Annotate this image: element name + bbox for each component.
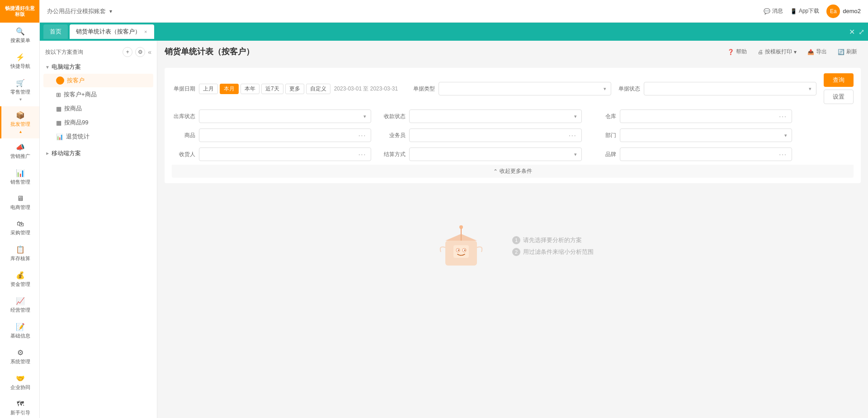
by-customer-label: 按客户 [67,76,85,85]
dept-select[interactable]: ▾ [620,128,792,142]
by-product-99-label: 按商品99 [64,119,88,127]
tab-close-btn[interactable]: × [143,29,148,34]
payment-method-arrow: ▾ [574,152,577,157]
marketing-icon: 📣 [16,143,25,152]
sidebar-item-sales[interactable]: 📊 销售管理 [0,164,39,190]
tree-arrow-mobile: ▼ [45,151,50,156]
out-status-label: 出库状态 [172,113,199,120]
sidebar-item-quick-nav[interactable]: ⚡ 快捷导航 [0,48,39,74]
filter-product-group: 商品 ··· [172,128,371,142]
app-download-btn[interactable]: 📱 App下载 [790,7,819,15]
filter-dept-group: 部门 ▾ [593,128,792,142]
doc-status-select[interactable]: ▾ [644,82,816,95]
sidebar-item-search-menu[interactable]: 🔍 搜索菜单 [0,23,39,48]
settings-scheme-btn[interactable]: ⚙ [135,47,145,57]
settings-btn[interactable]: 设置 [824,90,854,104]
help-icon: ❓ [727,49,734,55]
sidebar-item-ecommerce[interactable]: 🖥 电商管理 [0,190,39,215]
tab-bar: 首页 销货单统计表（按客户） × ✕ ⤢ [40,23,868,41]
tree-item-by-product[interactable]: ▦ 按商品 [43,102,153,115]
message-btn[interactable]: 💬 消息 [764,7,783,15]
collapse-more-btn[interactable]: ⌃ 收起更多条件 [172,165,854,178]
filter-row-3: 商品 ··· 业务员 ··· 部门 [172,128,854,142]
sidebar-item-finance[interactable]: 💰 资金管理 [0,266,39,292]
tree-parent-mobile[interactable]: ▼ 移动端方案 [42,147,155,160]
left-panel: 按以下方案查询 + ⚙ « ▼ 电脑端方案 按客户 ⊞ 按 [40,41,157,418]
logo-text: 畅捷通好生意标版 [5,5,35,17]
sidebar-item-inventory[interactable]: 📋 库存核算 [0,241,39,266]
tab-sales-stats[interactable]: 销货单统计表（按客户） × [70,24,154,39]
date-last-7-days-btn[interactable]: 近7天 [261,84,283,94]
export-btn[interactable]: 📤 导出 [804,46,830,57]
tree-item-return-stats[interactable]: 📊 退货统计 [43,130,153,143]
doc-type-arrow: ▾ [604,86,606,92]
salesperson-label: 业务员 [382,132,409,139]
template-print-btn[interactable]: 🖨 按模板打印 ▾ [754,46,800,57]
payment-status-select[interactable]: ▾ [409,109,581,123]
collapse-label: 收起更多条件 [500,167,532,175]
product-select[interactable]: ··· [199,128,371,142]
page-title: 销货单统计表（按客户） [165,46,254,57]
date-this-month-btn[interactable]: 本月 [220,84,239,94]
by-customer-dot [56,76,64,85]
industry-dropdown[interactable]: ▾ [109,8,112,14]
add-scheme-btn[interactable]: + [123,47,132,57]
window-maximize-btn[interactable]: ⤢ [859,28,864,36]
window-buttons: ✕ ⤢ [849,28,864,36]
empty-content: 1 请先选择要分析的方案 2 用过滤条件来缩小分析范围 [432,216,594,276]
by-product-icon: ▦ [56,105,61,112]
pc-section-label: 电脑端方案 [52,63,81,71]
return-stats-label: 退货统计 [66,133,90,141]
window-close-btn[interactable]: ✕ [849,28,855,36]
dept-arrow: ▾ [784,133,787,138]
refresh-icon: 🔄 [838,49,844,55]
user-profile[interactable]: Ea demo2 [826,5,861,18]
sidebar-item-marketing[interactable]: 📣 营销推广 [0,138,39,164]
sidebar-item-operations[interactable]: 📈 经营管理 [0,292,39,318]
filter-payment-status-group: 收款状态 ▾ [382,109,581,123]
salesperson-select[interactable]: ··· [409,128,581,142]
sidebar-item-basic-info[interactable]: 📝 基础信息 [0,318,39,344]
out-status-select[interactable]: ▾ [199,109,371,123]
tab-home[interactable]: 首页 [43,24,68,39]
help-btn[interactable]: ❓ 帮助 [724,46,750,57]
hint-text-1: 请先选择要分析的方案 [523,236,582,244]
sidebar-item-retail[interactable]: 🛒 零售管理 ▾ [0,74,39,106]
main-area: 办公用品行业模拟账套 ▾ 💬 消息 📱 App下载 Ea demo2 首页 销货… [40,0,868,418]
date-range-display: 2023-03-01 至 2023-03-31 [334,85,398,93]
content-area: 按以下方案查询 + ⚙ « ▼ 电脑端方案 按客户 ⊞ 按 [40,41,868,418]
svg-point-4 [458,250,459,251]
date-custom-btn[interactable]: 自定义 [306,84,330,94]
date-label: 单据日期 [172,85,199,93]
empty-hint-1: 1 请先选择要分析的方案 [512,236,582,244]
sidebar-item-purchase[interactable]: 🛍 采购管理 [0,215,39,241]
collapse-panel-btn[interactable]: « [148,48,151,56]
date-this-year-btn[interactable]: 本年 [241,84,259,94]
filter-row-2: 出库状态 ▾ 收款状态 ▾ 仓库 [172,109,854,123]
product-dots: ··· [359,132,367,139]
sidebar-item-corp[interactable]: 🤝 企业协同 [0,370,39,395]
doc-type-select[interactable]: ▾ [439,82,611,95]
sidebar-item-wholesale[interactable]: 📦 批发管理 ▴ [0,106,39,138]
hint-text-2: 用过滤条件来缩小分析范围 [523,248,594,256]
product-label: 商品 [172,132,199,139]
date-last-month-btn[interactable]: 上月 [199,84,218,94]
query-btn[interactable]: 查询 [824,73,854,87]
tree-item-by-customer-product[interactable]: ⊞ 按客户+商品 [43,88,153,101]
tree-parent-pc[interactable]: ▼ 电脑端方案 [42,61,155,73]
refresh-btn[interactable]: 🔄 刷新 [834,46,861,57]
payment-method-select[interactable]: ▾ [409,147,581,161]
consignee-select[interactable]: ··· [199,147,371,161]
filter-doc-status-group: 单据状态 ▾ [617,82,816,95]
sidebar-item-new-guide[interactable]: 🗺 新手引导 [0,395,39,418]
warehouse-select[interactable]: ··· [620,109,792,123]
sidebar-item-system[interactable]: ⚙ 系统管理 [0,344,39,370]
tab-home-label: 首页 [50,28,61,36]
brand-select[interactable]: ··· [620,147,792,161]
tree-item-by-customer[interactable]: 按客户 [43,74,153,87]
salesperson-dots: ··· [569,132,577,139]
filter-doc-type-group: 单据类型 ▾ [411,82,611,95]
tree-item-by-product-99[interactable]: ▦ 按商品99 [43,116,153,129]
date-more-btn[interactable]: 更多 [285,84,304,94]
print-icon: 🖨 [758,49,763,55]
